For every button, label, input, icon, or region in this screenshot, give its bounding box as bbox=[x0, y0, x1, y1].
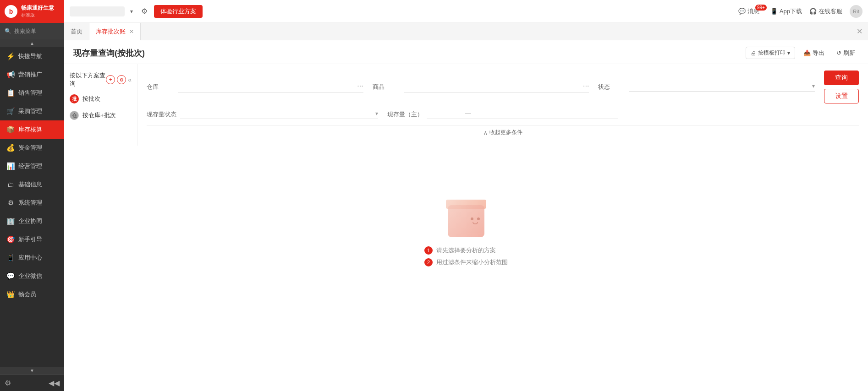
hint-text-2: 用过滤条件来缩小分析范围 bbox=[436, 258, 508, 266]
inventory-icon: 📦 bbox=[6, 125, 15, 134]
tab-close-icon[interactable]: ✕ bbox=[129, 28, 134, 35]
add-scheme-btn[interactable]: + bbox=[106, 75, 115, 84]
tab-home[interactable]: 首页 bbox=[64, 23, 89, 40]
avatar: Rit bbox=[850, 5, 863, 18]
empty-eye-right bbox=[477, 217, 480, 220]
hint-num-1: 1 bbox=[424, 246, 433, 255]
topbar-gear-btn[interactable]: ⚙ bbox=[138, 6, 150, 16]
breadcrumb-dropdown-btn[interactable]: ▾ bbox=[128, 7, 135, 16]
status-select-wrap: 全部 正常 禁用 ▾ bbox=[629, 82, 815, 92]
enterprise-label: 企业协同 bbox=[18, 217, 42, 225]
app-download-icon: 📱 bbox=[770, 8, 778, 15]
empty-box-face bbox=[465, 212, 485, 229]
trial-btn[interactable]: 体验行业方案 bbox=[154, 5, 203, 18]
scheme-warehouse-batch-icon: 仓 bbox=[70, 111, 79, 120]
print-icon: 🖨 bbox=[751, 50, 756, 56]
empty-box bbox=[448, 205, 484, 237]
marketing-label: 营销推广 bbox=[18, 71, 42, 79]
collapse-row[interactable]: ∧ 收起更多条件 bbox=[147, 125, 859, 139]
sidebar-item-enterprise[interactable]: 🏢 企业协同 bbox=[0, 212, 64, 230]
refresh-btn[interactable]: ↺ 刷新 bbox=[833, 47, 859, 59]
stock-qty-min[interactable] bbox=[427, 110, 463, 117]
search-icon: 🔍 bbox=[5, 28, 11, 34]
search-menu-item[interactable]: 🔍 搜索菜单 bbox=[0, 23, 64, 39]
sidebar-item-system[interactable]: ⚙ 系统管理 bbox=[0, 194, 64, 212]
print-btn[interactable]: 🖨 按模板打印 ▾ bbox=[746, 47, 795, 59]
enterprise-wechat-icon: 💬 bbox=[6, 272, 15, 280]
sidebar-item-inventory[interactable]: 📦 库存核算 bbox=[0, 120, 64, 139]
scheme-batch[interactable]: 批 按批次 bbox=[64, 91, 137, 107]
sidebar-item-newbie[interactable]: 🎯 新手引导 bbox=[0, 230, 64, 249]
stock-qty-max[interactable] bbox=[473, 110, 510, 117]
sidebar-item-quick-nav[interactable]: ⚡ 快捷导航 bbox=[0, 47, 64, 65]
topbar-right: 💬 消息 99+ 📱 App下载 🎧 在线客服 Rit bbox=[735, 5, 863, 18]
filter-form: 仓库 ··· 商品 ··· 状态 bbox=[137, 64, 868, 146]
empty-hint-1: 1 请先选择要分析的方案 bbox=[424, 246, 508, 255]
sidebar-item-basic[interactable]: 🗂 基础信息 bbox=[0, 175, 64, 194]
sidebar-item-enterprise-wechat[interactable]: 💬 企业微信 bbox=[0, 267, 64, 285]
hint-text-1: 请先选择要分析的方案 bbox=[436, 246, 496, 255]
headset-icon: 🎧 bbox=[809, 8, 817, 15]
warehouse-input-wrap: ··· bbox=[178, 82, 363, 92]
stock-qty-field: 现存量（主） — bbox=[387, 110, 619, 119]
empty-eyes bbox=[471, 217, 480, 220]
system-icon: ⚙ bbox=[6, 199, 15, 207]
product-dots-btn[interactable]: ··· bbox=[583, 82, 589, 90]
sidebar-item-marketing[interactable]: 📢 营销推广 bbox=[0, 65, 64, 84]
filter-sidebar-collapse-btn[interactable]: « bbox=[128, 76, 132, 83]
app-logo: b bbox=[5, 5, 17, 18]
sidebar-scroll-down[interactable]: ▼ bbox=[0, 367, 64, 375]
status-select[interactable]: 全部 正常 禁用 bbox=[629, 82, 810, 89]
collapse-label: 收起更多条件 bbox=[489, 129, 522, 136]
stock-qty-range: — bbox=[427, 110, 619, 119]
warehouse-dots-btn[interactable]: ··· bbox=[357, 82, 363, 90]
empty-hint-2: 2 用过滤条件来缩小分析范围 bbox=[424, 258, 508, 266]
enterprise-wechat-label: 企业微信 bbox=[18, 272, 42, 280]
tab-inventory-batch-label: 库存批次账 bbox=[96, 27, 126, 36]
filter-row-2: 现存量状态 全部 ▾ 现存量（主） — bbox=[147, 110, 859, 119]
sidebar-item-operations[interactable]: 📊 经营管理 bbox=[0, 157, 64, 175]
page-actions: 🖨 按模板打印 ▾ 📤 导出 ↺ 刷新 bbox=[746, 47, 859, 59]
sidebar-item-app-center[interactable]: 📱 应用中心 bbox=[0, 249, 64, 267]
stock-status-select-wrap: 全部 ▾ bbox=[180, 110, 378, 119]
scheme-warehouse-batch[interactable]: 仓 按仓库+批次 bbox=[64, 107, 137, 124]
topbar: ▾ ⚙ 体验行业方案 💬 消息 99+ 📱 App下载 🎧 在线客服 Rit bbox=[64, 0, 868, 23]
finance-label: 资金管理 bbox=[18, 144, 42, 152]
filter-sidebar: 按以下方案查询 + ⚙ « 批 按批次 仓 bbox=[64, 64, 137, 146]
newbie-label: 新手引导 bbox=[18, 235, 42, 244]
sidebar-scroll-up[interactable]: ▲ bbox=[0, 39, 64, 47]
app-center-label: 应用中心 bbox=[18, 254, 42, 262]
sales-icon: 📋 bbox=[6, 89, 15, 97]
tab-home-label: 首页 bbox=[71, 27, 82, 36]
settings-icon[interactable]: ⚙ bbox=[5, 379, 11, 387]
app-download-btn[interactable]: 📱 App下载 bbox=[770, 7, 802, 16]
sidebar-item-member[interactable]: 👑 畅会员 bbox=[0, 285, 64, 304]
collapse-icon[interactable]: ◀◀ bbox=[49, 379, 60, 387]
settings-scheme-btn[interactable]: ⚙ bbox=[117, 75, 126, 84]
breadcrumb-input[interactable] bbox=[70, 6, 125, 16]
tab-inventory-batch[interactable]: 库存批次账 ✕ bbox=[89, 23, 141, 40]
sidebar-header: b 畅康通好生意 标准版 bbox=[0, 0, 64, 23]
operations-label: 经营管理 bbox=[18, 162, 42, 170]
operations-icon: 📊 bbox=[6, 162, 15, 170]
tab-bar: 首页 库存批次账 ✕ ✕ bbox=[64, 23, 868, 40]
sidebar-item-purchase[interactable]: 🛒 采购管理 bbox=[0, 102, 64, 120]
sidebar-item-sales[interactable]: 📋 销售管理 bbox=[0, 84, 64, 102]
tab-bar-close-btn[interactable]: ✕ bbox=[851, 27, 868, 36]
range-dash: — bbox=[465, 110, 471, 117]
warehouse-input[interactable] bbox=[178, 82, 355, 89]
refresh-icon: ↺ bbox=[836, 49, 841, 56]
sidebar-item-finance[interactable]: 💰 资金管理 bbox=[0, 139, 64, 157]
query-btn[interactable]: 查询 bbox=[824, 71, 859, 85]
export-btn[interactable]: 📤 导出 bbox=[800, 47, 828, 59]
user-avatar-btn[interactable]: Rit bbox=[850, 5, 863, 18]
quick-nav-icon: ⚡ bbox=[6, 52, 15, 60]
stock-status-select[interactable]: 全部 bbox=[180, 110, 374, 117]
settings-btn[interactable]: 设置 bbox=[824, 89, 859, 103]
stock-status-field: 现存量状态 全部 ▾ bbox=[147, 110, 378, 119]
online-service-btn[interactable]: 🎧 在线客服 bbox=[809, 7, 842, 16]
export-icon: 📤 bbox=[803, 49, 811, 56]
message-btn[interactable]: 💬 消息 99+ bbox=[735, 7, 763, 16]
marketing-icon: 📢 bbox=[6, 71, 15, 79]
product-input[interactable] bbox=[404, 82, 581, 89]
